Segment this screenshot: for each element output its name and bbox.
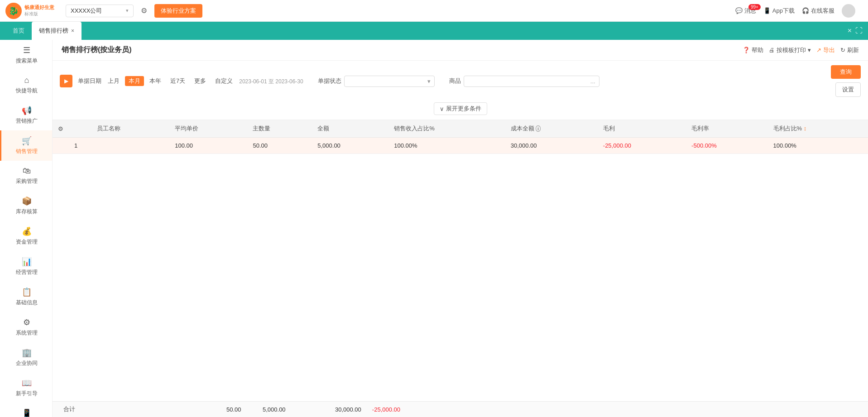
sidebar-marketing-label: 营销推广 (16, 117, 38, 125)
sidebar-item-search[interactable]: ☰ 搜索菜单 (0, 40, 52, 70)
filter-row: ▶ 单据日期 上月 本月 本年 近7天 更多 自定义 2023-06-01 至 … (60, 65, 861, 97)
sidebar-item-basic[interactable]: 📋 基础信息 (0, 282, 52, 312)
cell-avg-price: 100.00 (169, 138, 247, 154)
tab-bar-actions: × ⛶ (848, 27, 863, 35)
home-icon: ⌂ (24, 76, 29, 85)
cell-amount: 5,000.00 (312, 138, 388, 154)
query-settings-group: 查询 设置 (831, 65, 861, 97)
date-label: 单据日期 (78, 77, 101, 85)
marketing-icon: 📢 (22, 105, 32, 115)
sidebar-item-system[interactable]: ⚙ 系统管理 (0, 312, 52, 342)
tab-home-label: 首页 (13, 27, 24, 35)
export-button[interactable]: ↗ 导出 (816, 46, 835, 54)
date-range-display: 2023-06-01 至 2023-06-30 (239, 78, 303, 86)
avatar[interactable] (842, 4, 855, 18)
data-table: ⚙ 员工名称 平均单价 主数量 全额 销售收入占比% 成本全额 i 毛利 毛利率… (53, 120, 868, 154)
footer-qty: 50.00 (221, 406, 257, 413)
table-area: ⚙ 员工名称 平均单价 主数量 全额 销售收入占比% 成本全额 i 毛利 毛利率… (53, 120, 868, 401)
cell-cost: 30,000.00 (505, 138, 598, 154)
table-footer: 合计 50.00 5,000.00 30,000.00 -25,000.00 (53, 401, 868, 417)
query-button[interactable]: 查询 (831, 65, 861, 79)
col-settings[interactable]: ⚙ (53, 120, 69, 138)
date-tab-more[interactable]: 更多 (191, 76, 210, 86)
sidebar-item-marketing[interactable]: 📢 营销推广 (0, 100, 52, 130)
sidebar-operation-label: 经营管理 (16, 268, 38, 276)
status-select[interactable]: ▾ (344, 76, 435, 87)
sidebar-item-shortcut[interactable]: ⌂ 快捷导航 (0, 70, 52, 100)
operation-icon: 📊 (22, 257, 32, 267)
date-tab-custom[interactable]: 自定义 (211, 76, 236, 86)
tab-close-icon[interactable]: × (71, 28, 74, 34)
cell-employee (91, 138, 169, 154)
help-button[interactable]: ❓ 帮助 (743, 46, 763, 54)
guide-icon: 📖 (22, 378, 32, 388)
sidebar-item-purchase[interactable]: 🛍 采购管理 (0, 161, 52, 191)
expand-more-label: 展开更多条件 (446, 105, 481, 113)
sidebar-item-inventory[interactable]: 📦 库存核算 (0, 191, 52, 221)
date-tab-this-year[interactable]: 本年 (146, 76, 165, 86)
col-gross-pct: 毛利占比% ↕ (768, 120, 868, 138)
logo-name: 畅康通好生意 (24, 4, 54, 10)
sidebar-item-enterprise[interactable]: 🏢 企业协同 (0, 342, 52, 373)
close-all-tabs-icon[interactable]: × (848, 27, 852, 35)
print-button[interactable]: 🖨 按模板打印 ▾ (769, 46, 811, 54)
footer-gross: -25,000.00 (367, 406, 406, 413)
filter-settings-button[interactable]: 设置 (835, 82, 861, 97)
purchase-icon: 🛍 (23, 166, 31, 176)
filter-expand-row: ∨ 展开更多条件 (60, 99, 861, 115)
online-service-button[interactable]: 🎧 在线客服 (802, 7, 834, 15)
tab-home[interactable]: 首页 (5, 22, 32, 40)
goods-label: 商品 (449, 77, 461, 85)
date-tab-7days[interactable]: 近7天 (167, 76, 189, 86)
company-name: XXXXX公司 (71, 7, 102, 15)
service-label: 在线客服 (811, 7, 834, 15)
goods-select[interactable]: ... (464, 76, 599, 87)
system-icon: ⚙ (23, 317, 30, 327)
footer-cost: 30,000.00 (330, 406, 367, 413)
chevron-down-icon: ▾ (126, 8, 129, 14)
topbar-settings-icon[interactable]: ⚙ (137, 4, 151, 18)
app-label: App下载 (772, 7, 795, 15)
sidebar-item-sales[interactable]: 🛒 销售管理 (0, 130, 52, 161)
sidebar-system-label: 系统管理 (16, 329, 38, 337)
app-icon: 📱 (22, 408, 32, 417)
table-row: 1 100.00 50.00 5,000.00 100.00% 30,000.0… (53, 138, 868, 154)
table-header: ⚙ 员工名称 平均单价 主数量 全额 销售收入占比% 成本全额 i 毛利 毛利率… (53, 120, 868, 138)
export-icon: ↗ (816, 47, 821, 53)
date-tab-this-month[interactable]: 本月 (125, 76, 144, 86)
sidebar-item-appstore[interactable]: 📱 应用中心 (0, 403, 52, 417)
messages-button[interactable]: 💬 消息 99+ (735, 7, 756, 15)
tab-sales-ranking[interactable]: 销售排行榜 × (32, 22, 82, 40)
restore-tab-icon[interactable]: ⛶ (855, 27, 863, 35)
col-rank (69, 120, 91, 138)
sidebar-item-operation[interactable]: 📊 经营管理 (0, 251, 52, 282)
footer-label: 合计 (58, 405, 185, 413)
app-download-button[interactable]: 📱 App下载 (763, 7, 795, 15)
sidebar: ☰ 搜索菜单 ⌂ 快捷导航 📢 营销推广 🛒 销售管理 🛍 采购管理 📦 库存核… (0, 40, 53, 417)
content-area: 销售排行榜(按业务员) ❓ 帮助 🖨 按模板打印 ▾ ↗ 导出 ↻ 刷新 (53, 40, 868, 417)
sidebar-shortcut-label: 快捷导航 (16, 87, 38, 95)
message-icon: 💬 (735, 7, 743, 14)
date-tab-last-month[interactable]: 上月 (104, 76, 123, 86)
headset-icon: 🎧 (802, 7, 809, 14)
refresh-icon: ↻ (840, 47, 845, 53)
expand-more-button[interactable]: ∨ 展开更多条件 (434, 102, 487, 115)
tab-sales-ranking-label: 销售排行榜 (39, 27, 68, 35)
page-title: 销售排行榜(按业务员) (62, 45, 132, 55)
finance-icon: 💰 (22, 226, 32, 236)
filter-expand-arrow[interactable]: ▶ (60, 75, 72, 87)
sidebar-item-finance[interactable]: 💰 资金管理 (0, 221, 52, 251)
cell-qty: 50.00 (247, 138, 312, 154)
page-header: 销售排行榜(按业务员) ❓ 帮助 🖨 按模板打印 ▾ ↗ 导出 ↻ 刷新 (53, 40, 868, 61)
sidebar-item-guide[interactable]: 📖 新手引导 (0, 373, 52, 403)
date-tabs: 上月 本月 本年 近7天 更多 自定义 (104, 76, 236, 86)
refresh-button[interactable]: ↻ 刷新 (840, 46, 859, 54)
goods-more-icon: ... (590, 78, 595, 85)
trial-button[interactable]: 体验行业方案 (154, 4, 202, 18)
page-actions: ❓ 帮助 🖨 按模板打印 ▾ ↗ 导出 ↻ 刷新 (743, 46, 859, 54)
cell-rank: 1 (69, 138, 91, 154)
company-selector[interactable]: XXXXX公司 ▾ (66, 5, 134, 17)
cell-gross: -25,000.00 (598, 138, 686, 154)
col-sales-pct: 销售收入占比% (388, 120, 505, 138)
logo-icon: 🐉 (5, 3, 22, 19)
